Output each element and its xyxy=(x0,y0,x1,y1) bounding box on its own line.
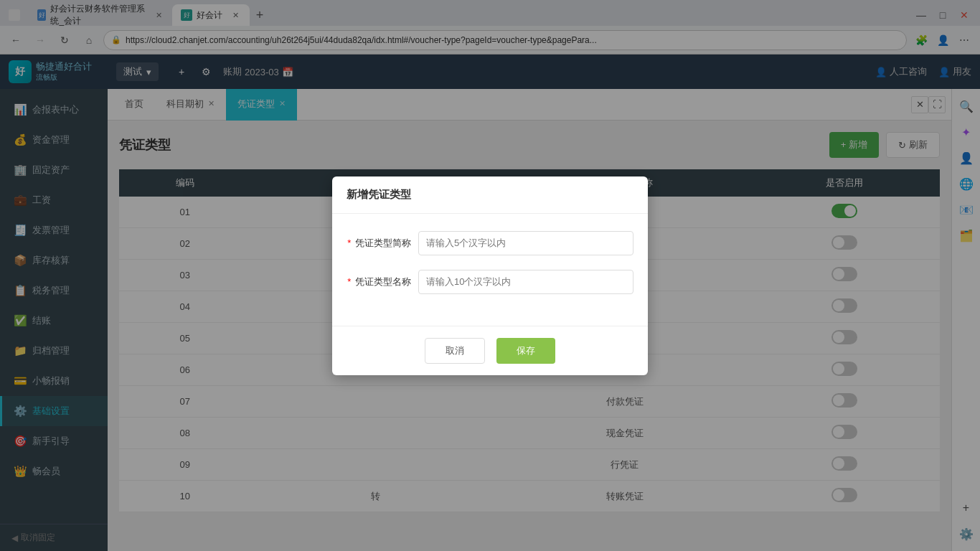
required-mark-abbr: * xyxy=(347,237,351,248)
required-mark-name: * xyxy=(347,276,351,287)
cancel-button[interactable]: 取消 xyxy=(425,338,485,364)
dialog-body: * 凭证类型简称 * 凭证类型名称 xyxy=(332,214,648,326)
dialog-footer: 取消 保存 xyxy=(332,326,648,375)
dialog-overlay: 新增凭证类型 * 凭证类型简称 * 凭证类型名称 取消 保存 xyxy=(0,0,980,551)
dialog-header: 新增凭证类型 xyxy=(332,176,648,214)
dialog: 新增凭证类型 * 凭证类型简称 * 凭证类型名称 取消 保存 xyxy=(332,176,648,375)
form-row-name: * 凭证类型名称 xyxy=(347,270,633,294)
abbr-input[interactable] xyxy=(418,231,633,255)
name-input[interactable] xyxy=(418,270,633,294)
form-label-abbr: * 凭证类型简称 xyxy=(347,237,418,250)
form-row-abbr: * 凭证类型简称 xyxy=(347,231,633,255)
save-button[interactable]: 保存 xyxy=(496,338,555,364)
form-label-name: * 凭证类型名称 xyxy=(347,276,418,288)
